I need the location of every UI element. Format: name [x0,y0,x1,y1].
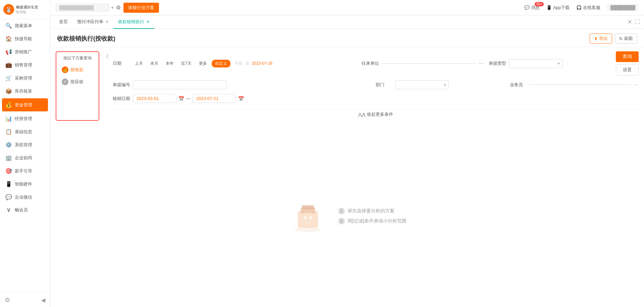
app-version: 标准版 [16,10,38,14]
maximize-window-icon[interactable]: ⛶ [635,19,640,25]
dept-label: 部门 [376,82,392,88]
doctype-select[interactable] [509,59,562,68]
date-this-month-btn[interactable]: 本月 [148,60,161,67]
sidebar-item-hardware[interactable]: 📱 智能硬件 [0,177,50,191]
doctype-select-wrap [509,59,562,68]
hardware-icon: 📱 [5,181,12,187]
collapse-more-btn[interactable]: ⋀⋀ 收起更多条件 [113,109,639,119]
empty-state: 1 请先选择要分析的方案 2 用[过滤]条件来缩小分析范围 [50,125,644,307]
settings-button[interactable]: 设置 [616,64,639,75]
search-menu-icon: 🔍 [5,22,12,29]
sidebar-item-enterprise[interactable]: 🏢 企业协同 [0,151,50,164]
verify-date-from-calendar-icon[interactable]: 📅 [178,96,184,101]
verify-date-input-group: 📅 — 📅 [133,94,244,103]
inventory-icon: 📦 [5,88,12,94]
counterparty-filter-group: 往来单位 ··· [362,60,483,66]
docno-label: 单据编号 [113,82,130,88]
sidebar-item-basic-info[interactable]: 📋 基础信息 [0,125,50,138]
filter-collapse-btn[interactable]: 《 [103,53,109,60]
app-icon: 📱 [546,5,552,10]
sidebar-item-newbie[interactable]: 🎯 新手引导 [0,164,50,177]
verify-date-label: 核销日期 [113,96,130,102]
date-7days-btn[interactable]: 近7天 [178,60,194,67]
tab-bar: 首页 预付冲应付单 ✕ 收款核销执行 ✕ ✕ ⛶ [50,15,644,29]
tab-collection-label: 收款核销执行 [118,19,144,25]
svg-point-7 [312,212,314,214]
service-icon: 🎧 [576,5,582,10]
docno-input[interactable] [133,80,227,89]
sidebar-item-search-menu[interactable]: 🔍 搜索菜单 [0,19,50,32]
sidebar-item-purchase[interactable]: 🛒 采购管理 [0,71,50,85]
salesperson-more-icon[interactable]: ··· [634,82,639,88]
filter-sidebar-title: 按以下方案查询 [59,55,96,61]
date-last-month-btn[interactable]: 上月 [132,60,146,67]
date-custom-btn[interactable]: 自定义 [212,60,230,67]
verify-date-dash: — [186,96,191,101]
sidebar-item-operations[interactable]: 📊 经营管理 [0,112,50,125]
sidebar-nav: 🔍 搜索菜单 🏠 快捷导航 📢 营销推广 💼 销售管理 🛒 采购管理 📦 库存核… [0,19,50,293]
close-window-icon[interactable]: ✕ [628,19,632,25]
refresh-button[interactable]: ↻ 刷新 [615,34,637,44]
verify-date-filter-group: 核销日期 📅 — 📅 [113,94,639,103]
settings-icon[interactable]: ⚙ [116,4,121,11]
empty-tip-1: 1 请先选择要分析的方案 [338,208,407,214]
sidebar-settings-icon[interactable]: ⚙ [5,296,10,304]
tab-prepay-label: 预付冲应付单 [77,19,103,25]
tab-prepay[interactable]: 预付冲应付单 ✕ [72,15,113,29]
user-info[interactable]: ████████ [607,4,639,11]
doctype-label: 单据类型 [489,60,506,66]
sidebar-item-vip[interactable]: V 畅会员 [0,204,50,216]
empty-tip-1-text: 请先选择要分析的方案 [347,208,394,214]
online-service-btn[interactable]: 🎧 在线客服 [576,5,600,11]
query-button[interactable]: 查询 [616,51,639,62]
filter-option-label: 按收款 [70,67,84,73]
date-this-year-btn[interactable]: 本年 [163,60,176,67]
tab-home[interactable]: 首页 [54,15,72,29]
sidebar-item-sales[interactable]: 💼 销售管理 [0,58,50,71]
sidebar-item-label: 畅会员 [15,207,28,213]
sidebar-item-system[interactable]: ⚙️ 系统管理 [0,138,50,151]
sidebar-item-label: 采购管理 [15,75,32,81]
sidebar-item-label: 基础信息 [15,129,32,135]
tab-collection-close-icon[interactable]: ✕ [146,19,150,24]
sidebar-item-label: 资金管理 [15,102,32,108]
sidebar-item-wechat[interactable]: 💬 企业微信 [0,191,50,204]
app-download-btn[interactable]: 📱 App下载 [546,5,570,11]
vip-icon: V [5,207,12,213]
export-button[interactable]: ⬆ 导出 [590,34,612,44]
refresh-icon: ↻ [619,36,623,41]
verify-date-to-input[interactable] [193,94,236,103]
app-label: App下载 [553,5,570,11]
counterparty-more-icon[interactable]: ··· [479,60,483,66]
empty-illustration [288,196,328,236]
collapse-up-icon: ⋀⋀ [358,112,366,117]
doctype-filter-group: 单据类型 [489,59,610,68]
filter-option-by-receivable[interactable]: ⏱ 按应收 [59,76,96,87]
tab-prepay-close-icon[interactable]: ✕ [105,19,109,24]
sidebar-item-marketing[interactable]: 📢 营销推广 [0,45,50,58]
filter-option-by-receipt[interactable]: 💰 按收款 [59,64,96,75]
verify-date-from-input[interactable] [133,94,176,103]
page-header: 收款核销执行(按收款) ⬆ 导出 ↻ 刷新 [50,29,644,47]
purchase-icon: 🛒 [5,75,12,81]
svg-rect-3 [302,205,314,209]
dept-select[interactable] [395,80,449,89]
logo-icon: 🐰 [3,4,14,15]
receivable-icon: ⏱ [62,79,68,85]
message-btn[interactable]: 💬 消息 99+ [524,5,540,11]
sidebar-item-label: 智能硬件 [15,181,32,187]
page-content: 收款核销执行(按收款) ⬆ 导出 ↻ 刷新 按以下方案查询 💰 按收款 [50,29,644,307]
sidebar-collapse-icon[interactable]: ◀ [41,297,45,303]
sidebar-item-inventory[interactable]: 📦 库存核算 [0,85,50,98]
verify-date-to-calendar-icon[interactable]: 📅 [238,96,244,101]
industry-btn[interactable]: 体验行业方案 [123,3,159,13]
sidebar-item-quick-nav[interactable]: 🏠 快捷导航 [0,32,50,45]
refresh-label: 刷新 [624,36,633,42]
finance-icon: 💰 [5,102,12,108]
chevron-down-icon[interactable]: ▾ [111,5,113,10]
sales-icon: 💼 [5,62,12,68]
sidebar-item-finance[interactable]: 💰 资金管理 [2,98,48,111]
date-more-btn[interactable]: 更多 [196,60,210,67]
sidebar-item-label: 库存核算 [15,88,32,94]
tab-collection[interactable]: 收款核销执行 ✕ [113,15,154,29]
